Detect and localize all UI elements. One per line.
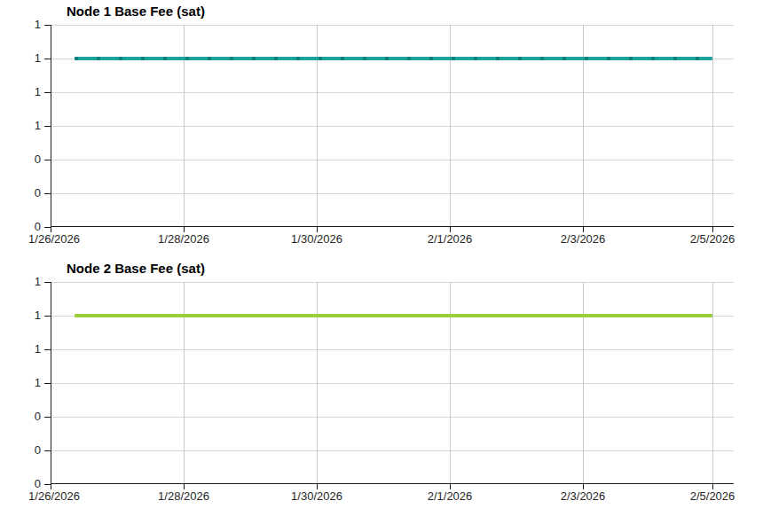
y-tick-label: 1 (5, 276, 41, 288)
x-axis-line (51, 483, 734, 484)
y-tick-label: 1 (5, 377, 41, 389)
y-gridline (51, 126, 734, 127)
x-tick-label: 1/26/2026 (28, 489, 80, 503)
chart-title: Node 1 Base Fee (sat) (67, 4, 205, 19)
y-tick-label: 0 (5, 478, 41, 490)
y-tick-label: 0 (5, 444, 41, 457)
y-tick (44, 126, 51, 127)
y-axis-line (51, 282, 51, 484)
y-tick-label: 0 (5, 153, 41, 166)
x-gridline (317, 282, 318, 484)
x-tick-label: 2/1/2026 (428, 489, 473, 503)
y-gridline (51, 25, 734, 26)
x-gridline (712, 282, 713, 484)
x-gridline (712, 25, 713, 227)
x-gridline (317, 25, 318, 227)
series-line (75, 57, 712, 60)
series-line (75, 314, 712, 317)
x-axis-line (51, 226, 734, 227)
chart-node-1-base-fee: Node 1 Base Fee (sat) 11110001/26/20261/… (0, 0, 763, 257)
y-gridline (51, 383, 734, 384)
x-gridline (583, 25, 584, 227)
y-tick-label: 1 (5, 52, 41, 65)
y-tick-label: 1 (5, 309, 41, 322)
y-tick-label: 1 (5, 120, 41, 132)
y-tick (44, 227, 51, 228)
x-tick-label: 2/3/2026 (561, 489, 606, 503)
x-tick-label: 2/3/2026 (561, 232, 606, 246)
x-gridline (583, 282, 584, 484)
y-tick-label: 1 (5, 86, 41, 98)
y-tick-label: 1 (5, 19, 41, 31)
x-gridline (450, 25, 451, 227)
y-gridline (51, 282, 734, 283)
x-tick-label: 1/28/2026 (158, 489, 209, 503)
plot-area: 11110001/26/20261/28/20261/30/20262/1/20… (51, 282, 734, 484)
x-gridline (184, 25, 185, 227)
plot-area: 11110001/26/20261/28/20261/30/20262/1/20… (51, 25, 734, 227)
x-gridline (450, 282, 451, 484)
y-tick (44, 484, 51, 485)
y-gridline (51, 450, 734, 451)
y-tick-label: 0 (5, 187, 41, 200)
x-tick-label: 2/5/2026 (690, 232, 735, 246)
y-tick (44, 349, 51, 350)
x-tick-label: 1/30/2026 (291, 489, 342, 503)
x-tick-label: 1/26/2026 (28, 232, 80, 246)
y-tick (44, 160, 51, 160)
y-axis-line (51, 25, 51, 227)
y-tick (44, 59, 51, 59)
y-gridline (51, 417, 734, 418)
y-gridline (51, 349, 734, 350)
y-tick-label: 1 (5, 343, 41, 356)
y-tick (44, 316, 51, 317)
y-tick (44, 25, 51, 26)
x-tick-label: 1/28/2026 (158, 232, 209, 246)
x-tick-label: 2/1/2026 (428, 232, 473, 246)
y-tick (44, 193, 51, 194)
x-tick-label: 2/5/2026 (690, 489, 735, 503)
y-tick (44, 92, 51, 93)
chart-title: Node 2 Base Fee (sat) (67, 261, 205, 276)
y-tick-label: 0 (5, 221, 41, 233)
y-tick (44, 450, 51, 451)
y-tick (44, 282, 51, 283)
y-gridline (51, 160, 734, 160)
chart-node-2-base-fee: Node 2 Base Fee (sat) 11110001/26/20261/… (0, 257, 763, 514)
y-tick (44, 383, 51, 384)
x-gridline (184, 282, 185, 484)
x-tick-label: 1/30/2026 (291, 232, 342, 246)
y-gridline (51, 193, 734, 194)
y-tick (44, 417, 51, 418)
y-gridline (51, 92, 734, 93)
chart-page: Node 1 Base Fee (sat) 11110001/26/20261/… (0, 0, 763, 532)
y-tick-label: 0 (5, 411, 41, 423)
